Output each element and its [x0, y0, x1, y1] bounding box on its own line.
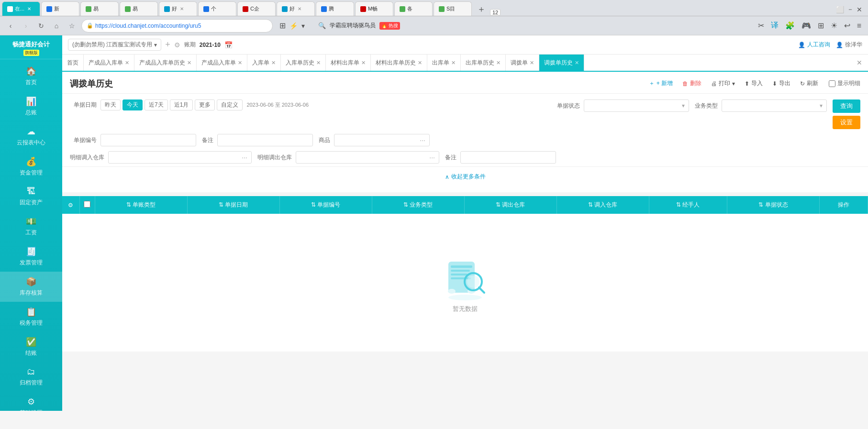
remark-input[interactable]: [217, 134, 313, 146]
tab-out[interactable]: 出库单 ✕: [427, 55, 461, 71]
sidebar-item-ledger[interactable]: 📊 总账: [0, 91, 62, 121]
minimize-icon[interactable]: －: [847, 5, 854, 14]
display-toggle[interactable]: 显示明细: [829, 79, 860, 88]
tab-close-icon[interactable]: ✕: [180, 6, 184, 11]
setup-button[interactable]: 设置: [833, 116, 860, 129]
tab-product-in-history[interactable]: 产成品入库单历史 ✕: [134, 55, 197, 71]
sidebar-item-assets[interactable]: 🏗 固定资产: [0, 182, 62, 211]
tab-close-btn[interactable]: ✕: [271, 60, 276, 66]
today-btn[interactable]: 今天: [122, 99, 143, 110]
new-button[interactable]: ＋ + 新增: [646, 77, 676, 89]
th-biz-type[interactable]: ⇅ 业务类型: [372, 196, 464, 214]
tab-out-history[interactable]: 出库单历史 ✕: [461, 55, 506, 71]
extension-icon[interactable]: ⊞: [279, 21, 286, 30]
tab-close-btn[interactable]: ✕: [575, 60, 579, 66]
grid-icon[interactable]: ⊞: [816, 20, 826, 31]
browser-tab[interactable]: S目: [434, 1, 472, 16]
goods-ellipsis-btn[interactable]: ···: [420, 136, 425, 144]
user-info[interactable]: 👤 徐泽华: [836, 41, 862, 49]
bookmark-button[interactable]: ☆: [66, 20, 78, 32]
address-box[interactable]: 🔒 https://cloud.chanjet.com/accounting/u…: [81, 19, 273, 33]
tab-close-btn[interactable]: ✕: [496, 60, 501, 66]
tab-product-in2[interactable]: 产成品入库单 ✕: [197, 55, 247, 71]
company-selector[interactable]: (勿删勿禁用) 江西服宝测试专用 ▾: [68, 39, 161, 51]
display-checkbox[interactable]: [829, 80, 835, 87]
tab-home[interactable]: 首页: [62, 55, 84, 71]
browser-tab[interactable]: C企: [237, 1, 276, 16]
browser-tab[interactable]: 腾: [316, 1, 354, 16]
import-button[interactable]: ⬆ 导入: [742, 77, 766, 89]
refresh-button[interactable]: ↻ 刷新: [797, 77, 821, 89]
tab-material-out[interactable]: 材料出库单 ✕: [326, 55, 371, 71]
tab-product-in[interactable]: 产成品入库单 ✕: [84, 55, 134, 71]
browser-tab[interactable]: M畅: [355, 1, 393, 16]
consultant-button[interactable]: 👤 人工咨询: [798, 41, 830, 49]
tab-close-icon[interactable]: ✕: [298, 6, 301, 11]
browser-tab[interactable]: 个: [198, 1, 236, 16]
lightning-icon[interactable]: ⚡: [289, 22, 298, 30]
browser-tab[interactable]: 新: [41, 1, 79, 16]
company-settings-icon[interactable]: ⚙: [174, 41, 180, 49]
restore-icon[interactable]: ⬜: [836, 6, 844, 13]
brightness-icon[interactable]: ☀: [829, 20, 839, 31]
tab-stock-in-history[interactable]: 入库单历史 ✕: [281, 55, 326, 71]
month-btn[interactable]: 近1月: [170, 99, 193, 110]
tab-close-btn[interactable]: ✕: [418, 60, 422, 66]
menu-icon[interactable]: ≡: [855, 21, 863, 31]
more-btn[interactable]: 更多: [195, 99, 215, 110]
add-company-btn[interactable]: +: [165, 40, 170, 50]
sidebar-item-inventory[interactable]: 📦 库存核算: [0, 272, 62, 302]
browser-tab[interactable]: 易: [80, 1, 119, 16]
collapse-filter-btn[interactable]: ∧ 收起更多条件: [445, 170, 486, 184]
home-button[interactable]: ⌂: [51, 20, 62, 32]
tab-bar-close-btn[interactable]: ✕: [851, 59, 868, 66]
sidebar-item-close-account[interactable]: ✅ 结账: [0, 332, 62, 362]
tab-count-badge[interactable]: 12: [490, 9, 501, 16]
sidebar-item-fund[interactable]: 💰 资金管理: [0, 152, 62, 182]
sidebar-item-invoice[interactable]: 🧾 发票管理: [0, 242, 62, 272]
calendar-icon[interactable]: 📅: [224, 41, 233, 49]
th-checkbox[interactable]: [79, 196, 95, 214]
undo-icon[interactable]: ↩: [842, 20, 852, 31]
print-button[interactable]: 🖨 打印 ▾: [708, 77, 738, 89]
export-button[interactable]: ⬇ 导出: [769, 77, 793, 89]
th-doc-date[interactable]: ⇅ 单据日期: [187, 196, 279, 214]
browser-tab[interactable]: 在... ✕: [2, 1, 40, 16]
tab-transfer-history[interactable]: 调拨单历史 ✕: [539, 55, 584, 71]
tab-close-icon[interactable]: ✕: [27, 6, 31, 11]
dropdown-icon[interactable]: ▾: [301, 22, 305, 30]
sidebar-item-settings[interactable]: ⚙ 基础设置: [0, 392, 62, 411]
sidebar-item-home[interactable]: 🏠 首页: [0, 61, 62, 91]
sidebar-item-archive[interactable]: 🗂 归档管理: [0, 362, 62, 392]
week-btn[interactable]: 近7天: [145, 99, 168, 110]
status-select[interactable]: ▾: [584, 99, 689, 112]
detail-out-ellipsis-btn[interactable]: ···: [429, 154, 435, 161]
print-dropdown-icon[interactable]: ▾: [732, 80, 735, 87]
th-doc-status[interactable]: ⇅ 单据状态: [727, 196, 819, 214]
custom-btn[interactable]: 自定义: [217, 99, 243, 110]
doc-no-input[interactable]: [100, 134, 196, 146]
remark2-input[interactable]: [460, 151, 556, 164]
query-button[interactable]: 查询: [833, 99, 860, 113]
sidebar-item-payroll[interactable]: 💵 工资: [0, 211, 62, 242]
tab-close-btn[interactable]: ✕: [238, 60, 242, 66]
new-tab-button[interactable]: ＋: [475, 2, 488, 16]
tab-close-btn[interactable]: ✕: [451, 60, 456, 66]
forward-button[interactable]: ›: [20, 20, 32, 32]
browser-tab[interactable]: 好 ✕: [277, 1, 315, 16]
select-all-checkbox[interactable]: [84, 201, 90, 208]
tab-close-btn[interactable]: ✕: [361, 60, 366, 66]
th-doc-type[interactable]: ⇅ 单账类型: [95, 196, 187, 214]
detail-in-ellipsis-btn[interactable]: ···: [242, 154, 247, 161]
th-in-warehouse[interactable]: ⇅ 调入仓库: [556, 196, 649, 214]
th-out-warehouse[interactable]: ⇅ 调出仓库: [464, 196, 556, 214]
browser-tab[interactable]: 各: [394, 1, 433, 16]
sidebar-item-reports[interactable]: ☁ 云报表中心: [0, 121, 62, 152]
delete-button[interactable]: 🗑 删除: [679, 77, 704, 89]
tab-close-btn[interactable]: ✕: [187, 60, 191, 66]
tab-close-btn[interactable]: ✕: [530, 60, 534, 66]
close-icon[interactable]: ✕: [857, 6, 862, 13]
tab-stock-in[interactable]: 入库单 ✕: [247, 55, 281, 71]
yesterday-btn[interactable]: 昨天: [100, 99, 121, 110]
th-gear[interactable]: ⚙: [62, 196, 79, 214]
